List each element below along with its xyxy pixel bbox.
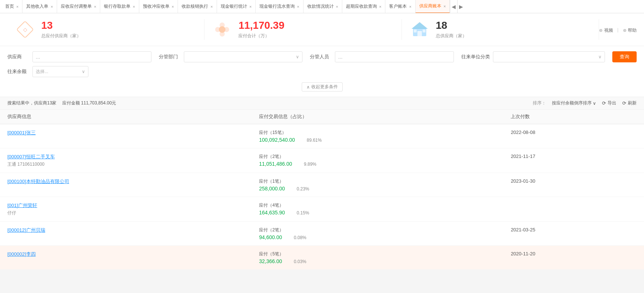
tx-amount-link[interactable]: 164,635.90 (259, 210, 285, 216)
filter-supplier: 供应商 ... (7, 51, 151, 62)
nav-tab-ar-ap-adjust[interactable]: 应收应付调整单 × (57, 0, 100, 13)
tx-info: 应付（2笔） 94,600.00 0.08% (259, 227, 511, 240)
tx-info: 应付（4笔） 164,635.90 0.15% (259, 202, 511, 216)
summary-item-total-suppliers: 18 总供应商（家） (402, 19, 599, 40)
collapse-button[interactable]: ∧ 收起更多条件 (302, 82, 343, 92)
summary-links: ⊙ 视频 | ⊙ 帮助 (599, 26, 637, 34)
chevron-up-icon: ∧ (307, 85, 310, 90)
nav-tab-customer-ledger[interactable]: 客户账本 × (385, 0, 415, 13)
table-row: [001]广州荣轩 仔仔 应付（4笔） 164,635.90 0.15% (0, 197, 644, 222)
nav-prev-button[interactable]: ◀ (450, 0, 457, 13)
tx-percent: 0.15% (297, 210, 309, 216)
col-header-last-pay: 上次付数 (511, 113, 637, 120)
svg-point-6 (219, 26, 225, 33)
close-icon[interactable]: × (50, 4, 53, 9)
close-icon[interactable]: × (336, 4, 338, 9)
table-row: [000002]李四 应付（5笔） 32,366.00 0.03% 2020-1… (0, 246, 644, 269)
close-icon[interactable]: × (379, 4, 381, 9)
result-bar: 搜索结果中，供应商13家 应付金额 111,703,854.00元 排序： 按应… (0, 97, 644, 110)
table-row: [000007]恒旺二手叉车 王通 17106110000 应付（2笔） 11,… (0, 148, 644, 173)
supplier-info: [000012]广州贝瑞 (7, 227, 259, 234)
tx-amount-link[interactable]: 11,051,486.00 (259, 161, 292, 167)
supplier-link[interactable]: [001]广州荣轩 (7, 203, 37, 208)
supplier-link[interactable]: [000100]本特勤油品有限公司 (7, 179, 69, 184)
tx-amount-link[interactable]: 258,000.00 (259, 186, 285, 192)
tx-label: 应付（2笔） (259, 154, 284, 160)
category-input[interactable]: ∨ (493, 51, 605, 62)
supplier-link[interactable]: [000007]恒旺二手叉车 (7, 154, 55, 159)
close-icon[interactable]: × (297, 4, 299, 9)
diamond-icon: ◇ (15, 19, 35, 40)
video-link[interactable]: ⊙ 视频 (599, 27, 613, 34)
close-icon[interactable]: × (133, 4, 135, 9)
tx-percent: 0.23% (297, 186, 309, 192)
category-label: 往来单位分类 (461, 54, 490, 60)
nav-tab-bank-deposit[interactable]: 银行存取款单 × (100, 0, 139, 13)
summary-info-ap-suppliers: 13 总应付供应商（家） (41, 20, 81, 39)
summary-value-ap-total: 11,170.39 (238, 20, 284, 31)
col-header-tx: 应付交易信息（占比） (259, 113, 511, 120)
collapse-row: ∧ 收起更多条件 (7, 81, 637, 93)
person-input[interactable]: ... (335, 51, 454, 62)
sort-select[interactable]: 按应付余额倒序排序 ∨ (552, 100, 596, 106)
supplier-info: [000001]张三 (7, 130, 259, 136)
export-icon: ⟳ (602, 100, 606, 106)
close-icon[interactable]: × (444, 4, 446, 8)
summary-label-total-suppliers: 总供应商（家） (436, 33, 467, 39)
close-icon[interactable]: × (210, 4, 213, 9)
summary-value-ap-suppliers: 13 (41, 20, 81, 31)
last-pay: 2022-08-08 (511, 130, 637, 135)
nav-tab-overdue-query[interactable]: 超期应收款查询 × (342, 0, 385, 13)
chevron-down-icon: ∨ (82, 69, 85, 74)
refresh-icon: ⟳ (622, 100, 626, 106)
table-row: [000100]本特勤油品有限公司 应付（1笔） 258,000.00 0.23… (0, 173, 644, 197)
tx-info: 应付（15笔） 100,092,540.00 89.61% (259, 130, 511, 143)
close-icon[interactable]: × (94, 4, 96, 9)
close-icon[interactable]: × (172, 4, 174, 9)
supplier-link[interactable]: [000012]广州贝瑞 (7, 227, 45, 233)
close-icon[interactable]: × (16, 4, 18, 9)
table-row: [000001]张三 应付（15笔） 100,092,540.00 89.61%… (0, 124, 644, 148)
supplier-info: [000002]李四 (7, 251, 259, 258)
supplier-input[interactable]: ... (32, 51, 151, 62)
nav-tab-other-income[interactable]: 其他收入单 × (22, 0, 57, 13)
tx-label: 应付（5笔） (259, 251, 284, 257)
filter-dept: 分管部门 ∨ (159, 51, 303, 62)
supplier-link[interactable]: [000002]李四 (7, 251, 36, 257)
query-button[interactable]: 查询 (612, 51, 637, 62)
nav-tab-receipt-verify[interactable]: 收款核销执行 × (178, 0, 217, 13)
summary-item-ap-suppliers: ◇ 13 总应付供应商（家） (7, 19, 204, 40)
nav-tab-cash-flow-query[interactable]: 现金银行流水查询 × (256, 0, 303, 13)
tx-info: 应付（5笔） 32,366.00 0.03% (259, 251, 511, 264)
tx-amount-link[interactable]: 100,092,540.00 (259, 137, 295, 143)
result-actions: 排序： 按应付余额倒序排序 ∨ ⟳ 导出 ⟳ 刷新 (533, 100, 637, 106)
svg-marker-8 (412, 22, 428, 29)
supplier-info: [000100]本特勤油品有限公司 (7, 178, 259, 185)
close-icon[interactable]: × (249, 4, 252, 9)
tx-amount-link[interactable]: 94,600.00 (259, 234, 282, 240)
last-pay: 2021-03-25 (511, 227, 637, 232)
filter-area: 供应商 ... 分管部门 ∨ 分管人员 ... 往来单位分类 ∨ 查询 (0, 46, 644, 97)
nav-tab-cash-bank-stat[interactable]: 现金银行统计 × (217, 0, 256, 13)
svg-rect-9 (417, 31, 422, 36)
chevron-down-icon: ∨ (598, 54, 602, 59)
close-icon[interactable]: × (409, 4, 411, 9)
tx-label: 应付（4笔） (259, 202, 284, 208)
help-link[interactable]: ⊙ 帮助 (623, 27, 637, 34)
nav-tab-receipt-stat[interactable]: 收款情况统计 × (304, 0, 342, 13)
tx-amount-link[interactable]: 32,366.00 (259, 258, 282, 264)
nav-tab-prepay-offset[interactable]: 预收冲应收单 × (139, 0, 178, 13)
refresh-button[interactable]: ⟳ 刷新 (622, 100, 637, 106)
tx-label: 应付（2笔） (259, 227, 284, 233)
nav-next-button[interactable]: ▶ (457, 0, 465, 13)
chevron-down-icon: ∨ (296, 54, 299, 59)
dept-label: 分管部门 (159, 54, 181, 60)
export-button[interactable]: ⟳ 导出 (602, 100, 616, 106)
filter-person: 分管人员 ... (310, 51, 454, 62)
nav-tab-supplier-ledger[interactable]: 供应商账本 × (416, 0, 450, 13)
balance-input[interactable]: 选择... ∨ (32, 66, 88, 77)
dept-input[interactable]: ∨ (184, 51, 303, 62)
nav-tab-home[interactable]: 首页 × (1, 0, 22, 13)
supplier-link[interactable]: [000001]张三 (7, 130, 36, 135)
tx-info: 应付（2笔） 11,051,486.00 9.89% (259, 154, 511, 167)
